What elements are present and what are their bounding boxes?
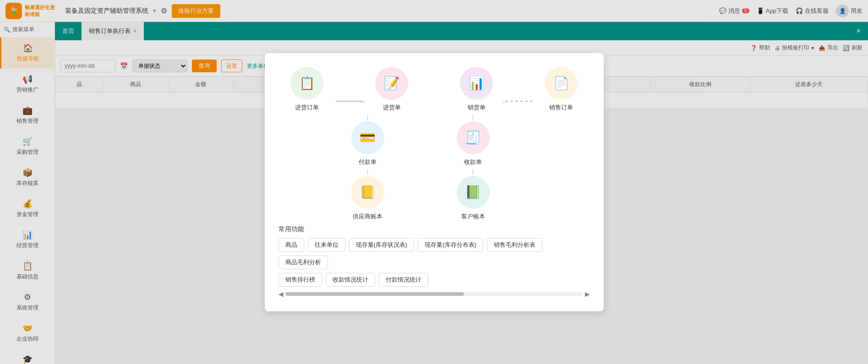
flow-node-purchase-bill[interactable]: 📝 进货单 [363,67,420,112]
modal-overlay: 📋 进货订单 → 📝 进货单 [0,0,868,364]
quick-nav-modal: 📋 进货订单 → 📝 进货单 [265,53,604,311]
purchase-order-icon: 📋 [290,67,323,100]
sales-order-icon: 📄 [545,67,578,100]
func-buttons-row1: 商品 往来单位 现存量(库存状况表) 现存量(库存分布表) 销售毛利分析表 商品… [278,238,590,269]
func-btn-product[interactable]: 商品 [278,238,304,252]
scrollbar-right-arrow[interactable]: ▶ [585,290,590,298]
sales-bill-icon: 📊 [460,67,493,100]
func-btn-payment-stats[interactable]: 付款情况统计 [379,273,428,287]
scrollbar-left-arrow[interactable]: ◀ [278,290,284,298]
func-btn-sales-rank[interactable]: 销售排行榜 [278,273,322,287]
flow-node-payment[interactable]: 💳 付款单 [338,121,398,166]
func-btn-counterpart[interactable]: 往来单位 [308,238,345,252]
purchase-bill-icon: 📝 [375,67,408,100]
common-functions-title: 常用功能 [278,225,590,234]
flow-node-customer-ledger[interactable]: 📗 客户账本 [443,176,503,221]
receipt-icon: 🧾 [457,121,490,154]
func-btn-product-gross[interactable]: 商品毛利分析 [278,255,328,269]
func-buttons-row2: 销售排行榜 收款情况统计 付款情况统计 [278,273,590,287]
modal-scrollbar: ◀ ▶ [278,290,590,298]
scrollbar-track[interactable] [285,292,583,296]
flow-node-sales-bill[interactable]: 📊 销货单 [448,67,505,112]
supplier-ledger-icon: 📒 [351,176,384,209]
func-btn-sales-gross[interactable]: 销售毛利分析表 [487,238,542,252]
flow-diagram: 📋 进货订单 → 📝 进货单 [278,67,590,221]
flow-node-receipt[interactable]: 🧾 收款单 [443,121,503,166]
app-container: 🍃 畅康通好生意 标准版 装备及固定资产辅助管理系统 ▾ ⚙ 体验行业方案 💬 … [0,0,868,364]
customer-ledger-icon: 📗 [457,176,490,209]
flow-node-sales-order[interactable]: 📄 销售订单 [533,67,590,112]
flow-node-supplier-ledger[interactable]: 📒 供应商账本 [338,176,398,221]
func-btn-stock-status[interactable]: 现存量(库存状况表) [349,238,415,252]
payment-icon: 💳 [351,121,384,154]
flow-node-purchase-order[interactable]: 📋 进货订单 [278,67,336,112]
func-btn-receipt-stats[interactable]: 收款情况统计 [326,273,375,287]
common-functions: 常用功能 商品 往来单位 现存量(库存状况表) 现存量(库存分布表) 销售毛利分… [278,225,590,287]
func-btn-stock-dist[interactable]: 现存量(库存分布表) [418,238,483,252]
scrollbar-thumb [285,292,464,296]
